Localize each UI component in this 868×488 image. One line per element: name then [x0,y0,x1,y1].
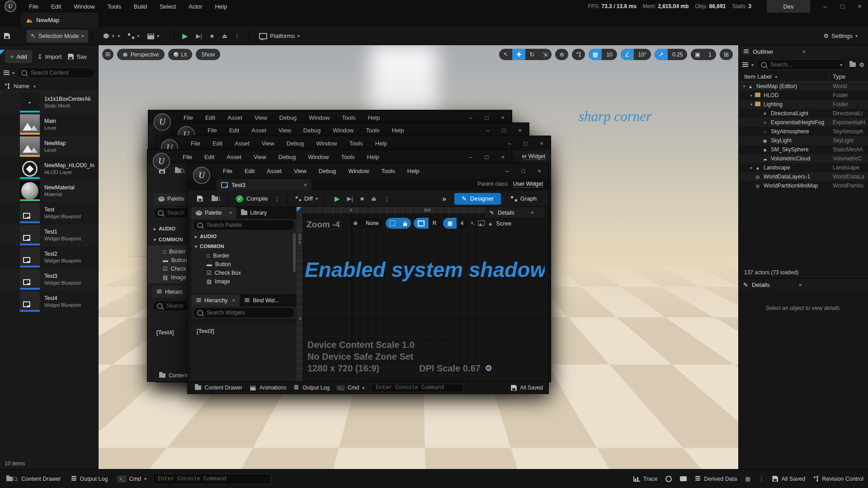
network-status-icon[interactable]: ▦ [745,475,750,482]
animations-button[interactable]: Animations [250,385,286,391]
menu-item[interactable]: Tools [108,3,121,10]
expand-toolbar-chevrons[interactable]: » [443,195,446,202]
close-icon[interactable]: × [232,297,235,304]
menu-item[interactable]: Edit [204,154,214,160]
browse-to-asset-button[interactable] [175,168,185,174]
designer-canvas-area[interactable]: 0 500 500 0 Zoom -4 ⊕ None [297,207,545,381]
fill-rule-dropdown[interactable]: Scree [496,220,511,227]
outliner-row[interactable]: ☀ DirectionalLight DirectionalLi [739,109,868,118]
maximize-button[interactable]: □ [502,127,506,134]
menu-item[interactable]: Asset [267,168,282,174]
menu-item[interactable]: Edit [212,140,222,147]
cmd-dropdown[interactable]: >_ Cmd ▾ [118,476,146,482]
close-button[interactable]: × [538,168,541,174]
content-item[interactable]: NewMap_HLOD0_In HLOD Layer [0,158,98,180]
menu-item[interactable]: Debug [287,140,304,147]
dpi-settings-gear-icon[interactable]: ⚙ [485,362,492,374]
menu-item[interactable]: File [191,140,200,147]
close-icon[interactable]: × [229,210,232,216]
diff-dropdown[interactable]: Diff ▾ [295,195,318,202]
menu-item[interactable]: View [278,127,291,134]
content-item[interactable]: 1x1x1BoxCenterAli Static Mesh [0,91,98,113]
scale-tool-button[interactable]: ⇲ [538,49,552,60]
save-button[interactable] [195,194,205,204]
palette-group-audio[interactable]: ▸ AUDIO [150,224,175,234]
menu-item[interactable]: Edit [245,168,255,174]
menu-item[interactable]: Asset [227,114,242,121]
scale-snap-value[interactable]: 0.25 [668,49,687,60]
content-search[interactable] [17,67,94,78]
save-button[interactable] [0,30,14,42]
hierarchy-search[interactable] [193,307,295,318]
parent-class-link-truncated[interactable]: er Widget [522,153,545,160]
lit-dropdown[interactable]: Lit [168,49,193,60]
palette-item[interactable]: ▨ Image [191,277,297,286]
menu-item[interactable]: Asset [235,140,250,147]
play-button[interactable]: ▶ [178,30,192,42]
play-button[interactable]: ▶ [335,195,340,203]
menu-item[interactable]: Window [309,114,330,121]
bind-widgets-tab[interactable]: Bind Wid... [240,295,283,306]
rotate-tool-button[interactable]: ↻ [525,49,538,60]
rotation-snap-control[interactable]: ∠ 10° [621,49,651,60]
trace-button[interactable]: Trace [633,476,658,482]
outliner-row[interactable]: ◎ WorldDataLayers-1 WorldDataLa [739,172,868,181]
menu-item[interactable]: File [29,3,38,10]
palette-search[interactable] [193,220,295,230]
outliner-search[interactable]: ▾ [757,59,846,70]
minimize-button[interactable]: – [505,168,509,174]
menu-item[interactable]: View [255,114,267,121]
dev-build-button[interactable]: Dev [767,0,810,13]
menu-item[interactable]: View [294,168,307,174]
outliner-row[interactable]: ◉ SkyLight SkyLight [739,136,868,145]
canvas-widget-text[interactable]: Enabled system shadow [305,258,545,282]
outliner-row[interactable]: ▾ Lighting Folder [739,100,868,109]
expander-icon[interactable]: ▸ [749,165,754,170]
outliner-search-input[interactable] [769,61,837,68]
maximize-button[interactable]: □ [485,114,489,121]
hierarchy-search-input[interactable] [206,309,291,316]
grid-snap-button[interactable]: ▦ [443,218,456,229]
output-log-button[interactable]: Output Log [71,476,108,482]
compile-button[interactable]: ✓ Compile [236,195,268,202]
maximize-button[interactable]: □ [522,168,525,174]
menu-item[interactable]: View [254,154,266,160]
menu-item[interactable]: Debug [303,127,321,134]
maximize-button[interactable]: □ [524,140,528,147]
designer-mode-button[interactable]: ✎ Designer [454,193,501,205]
close-icon[interactable]: × [303,182,307,188]
outliner-row[interactable]: ▸ ▲ Landscape Landscape [739,163,868,172]
library-tab[interactable]: Library [236,207,271,219]
selection-mode-dropdown[interactable]: ↖ Selection Mode ▾ [27,30,88,42]
hierarchy-tree[interactable]: [Test3] [191,324,297,381]
filter-icon[interactable] [742,62,748,63]
console-command-box[interactable] [153,474,271,484]
close-icon[interactable]: × [531,210,534,216]
widget-bounds-button[interactable] [414,218,429,229]
console-command-input[interactable] [375,384,459,391]
menu-item[interactable]: Window [74,3,94,10]
add-content-button[interactable]: +Add [5,50,32,63]
outliner-row[interactable]: ≈ ExponentialHeightFog ExponentialH [739,118,868,127]
expander-icon[interactable]: ▾ [749,102,754,107]
palette-group-common[interactable]: ▾ COMMON [150,235,183,244]
platforms-dropdown[interactable]: Platforms ▾ [255,30,304,42]
outliner-row[interactable]: ☁ VolumetricCloud VolumetricC [739,154,868,163]
menu-item[interactable]: Asset [226,154,241,160]
maximize-button[interactable]: □ [840,3,844,10]
graph-mode-button[interactable]: Graph [511,195,537,202]
import-button[interactable]: ↧Import [37,50,63,63]
gear-icon[interactable]: ⚙ [859,61,864,68]
output-log-button[interactable]: Output Log [293,385,329,391]
minimize-button[interactable]: – [469,154,472,160]
menu-item[interactable]: Help [367,154,379,160]
minimize-button[interactable]: – [824,3,827,10]
camera-speed-control[interactable]: ▣ 1 [691,49,716,60]
menu-item[interactable]: Window [316,140,337,147]
menu-item[interactable]: Asset [251,127,266,134]
menu-item[interactable]: Help [368,114,380,121]
outliner-row[interactable]: ▾ ▲ NewMap (Editor) World [739,82,868,91]
close-button[interactable]: × [501,154,505,160]
respect-locks-button[interactable]: R [429,218,441,229]
outliner-tab[interactable]: Outliner × [739,45,868,58]
